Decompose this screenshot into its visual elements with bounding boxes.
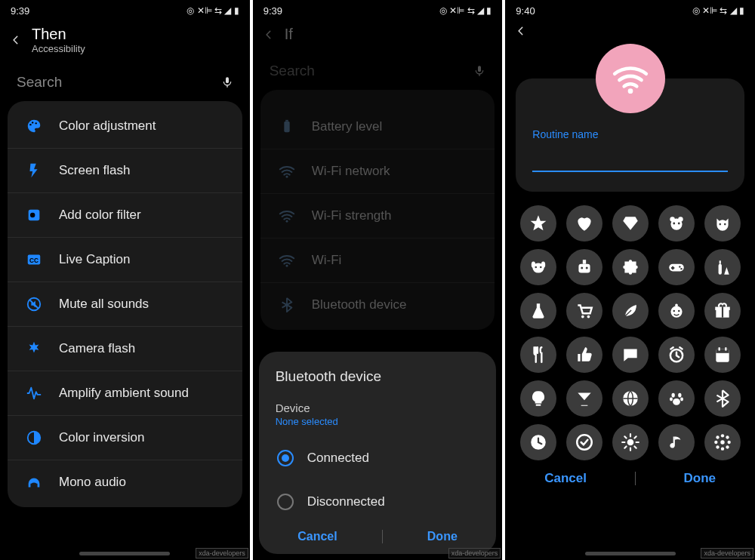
header: If [253, 21, 503, 46]
wifi-net-icon [279, 163, 295, 180]
wifi-strength-icon [279, 208, 295, 224]
bluetooth-icon [279, 297, 295, 313]
check-circle-icon[interactable] [566, 424, 602, 460]
done-button[interactable]: Done [427, 530, 458, 543]
item-amplify-ambient[interactable]: Amplify ambient sound [8, 371, 242, 415]
calendar-icon[interactable] [704, 337, 741, 373]
clock: 9:39 [263, 5, 282, 17]
bulb-icon[interactable] [520, 380, 556, 417]
item-wifi-strength[interactable]: Wi-Fi strength [260, 193, 495, 238]
star-icon[interactable] [520, 205, 556, 242]
cat-icon[interactable] [704, 205, 741, 242]
cocktail-icon[interactable] [566, 380, 602, 417]
back-icon[interactable] [516, 26, 526, 36]
heart-icon[interactable] [566, 205, 602, 242]
mic-icon[interactable] [221, 74, 233, 91]
item-color-adjustment[interactable]: Color adjustment [8, 104, 242, 148]
item-camera-flash[interactable]: Camera flash [8, 326, 242, 371]
alarm-icon[interactable] [658, 337, 695, 373]
utensils-icon[interactable] [520, 337, 556, 373]
icon-picker-grid [505, 204, 755, 460]
item-add-color-filter[interactable]: Add color filter [8, 192, 242, 237]
puzzle-icon[interactable] [612, 249, 649, 285]
contrast-icon [26, 429, 42, 446]
item-wifi-network[interactable]: Wi-Fi network [260, 149, 495, 193]
item-live-caption[interactable]: Live Caption [8, 237, 242, 282]
bottom-buttons: Cancel Done [505, 460, 755, 492]
paw-icon[interactable] [658, 380, 695, 417]
watermark: xda-developers [448, 548, 501, 558]
radio-connected[interactable]: Connected [276, 436, 480, 480]
status-bar: 9:40 ◎ ✕⊫ ⇆ ◢ ▮ [505, 0, 755, 21]
nav-handle[interactable] [585, 552, 676, 555]
search-input[interactable]: Search [270, 63, 474, 79]
gamepad-icon[interactable] [658, 249, 695, 285]
item-color-inversion[interactable]: Color inversion [8, 415, 242, 460]
item-screen-flash[interactable]: Screen flash [8, 148, 242, 192]
mute-icon [26, 296, 42, 312]
sun-icon[interactable] [612, 424, 649, 460]
headphones-icon [26, 474, 42, 491]
clock: 9:39 [11, 5, 29, 17]
bluetooth-icon[interactable] [704, 380, 741, 417]
item-wifi[interactable]: Wi-Fi [260, 238, 495, 282]
cancel-button[interactable]: Cancel [544, 471, 587, 486]
palette-icon [26, 118, 42, 134]
header [505, 21, 755, 39]
cancel-button[interactable]: Cancel [297, 530, 337, 543]
music-icon[interactable] [658, 424, 695, 460]
bluetooth-dialog: Bluetooth device Device None selected Co… [259, 352, 497, 554]
radio-icon[interactable] [277, 450, 294, 466]
search-row[interactable]: Search [0, 57, 250, 101]
battery-icon [279, 118, 295, 135]
done-button[interactable]: Done [684, 471, 716, 486]
radio-icon[interactable] [277, 494, 294, 510]
thumbs-up-icon[interactable] [566, 337, 602, 373]
mic-icon[interactable] [473, 63, 485, 79]
hub-icon[interactable] [704, 424, 741, 460]
routine-name-input[interactable] [532, 145, 728, 172]
status-icons: ◎ ✕⊫ ⇆ ◢ ▮ [186, 5, 239, 16]
dog-icon[interactable] [520, 249, 556, 285]
routine-icon-preview[interactable] [596, 44, 665, 113]
bottle-icon[interactable] [704, 249, 741, 285]
page-title: Then [32, 26, 85, 43]
phone-then: 9:39 ◎ ✕⊫ ⇆ ◢ ▮ Then Accessibility Searc… [0, 0, 250, 560]
status-icons: ◎ ✕⊫ ⇆ ◢ ▮ [692, 5, 744, 16]
item-bluetooth-device[interactable]: Bluetooth device [260, 282, 495, 327]
condition-list: Battery level Wi-Fi network Wi-Fi streng… [260, 90, 495, 330]
caption-icon [26, 251, 42, 268]
gift-icon[interactable] [704, 293, 741, 329]
search-input[interactable]: Search [17, 74, 221, 91]
action-list: Color adjustment Screen flash Add color … [8, 101, 242, 507]
wifi-icon [279, 252, 295, 269]
nav-handle[interactable] [79, 552, 170, 555]
baby-icon[interactable] [658, 293, 695, 329]
camera-flash-icon [26, 340, 42, 357]
basketball-icon[interactable] [612, 380, 649, 417]
watermark: xda-developers [701, 548, 753, 558]
leaf-icon[interactable] [612, 293, 649, 329]
clock-icon[interactable] [520, 424, 556, 460]
back-icon[interactable] [263, 29, 274, 40]
cart-icon[interactable] [566, 293, 602, 329]
item-battery-level[interactable]: Battery level [260, 105, 495, 149]
item-mono-audio[interactable]: Mono audio [8, 460, 242, 504]
chat-icon[interactable] [612, 337, 649, 373]
back-icon[interactable] [11, 35, 21, 45]
page-subtitle: Accessibility [32, 43, 85, 54]
header: Then Accessibility [0, 21, 250, 57]
radio-disconnected[interactable]: Disconnected [276, 480, 480, 524]
robot-icon[interactable] [566, 249, 602, 285]
device-picker[interactable]: Device None selected [276, 402, 480, 427]
status-bar: 9:39 ◎ ✕⊫ ⇆ ◢ ▮ [253, 0, 503, 21]
diamond-icon[interactable] [612, 205, 649, 242]
flash-icon [26, 162, 42, 179]
page-title: If [285, 26, 293, 43]
status-bar: 9:39 ◎ ✕⊫ ⇆ ◢ ▮ [0, 0, 250, 21]
bear-icon[interactable] [658, 205, 695, 242]
item-mute-all-sounds[interactable]: Mute all sounds [8, 282, 242, 326]
search-row[interactable]: Search [253, 46, 503, 90]
flask-icon[interactable] [520, 293, 556, 329]
filter-icon [26, 207, 42, 223]
